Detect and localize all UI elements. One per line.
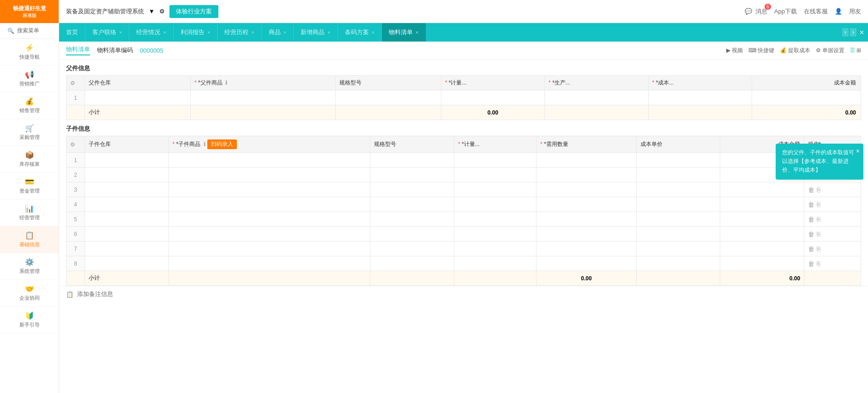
child-cell-spec-5[interactable] xyxy=(370,212,454,227)
child-cell-product-7[interactable] xyxy=(169,242,370,256)
copy-icon-7[interactable]: ⎘ xyxy=(817,245,820,253)
parent-gear-icon[interactable]: ⚙ xyxy=(70,80,75,86)
delete-icon-6[interactable]: 🗑 xyxy=(808,230,814,238)
nav-tab-close-5[interactable]: × xyxy=(283,30,286,35)
sidebar-item-marketing[interactable]: 📢营销推广 xyxy=(0,66,59,92)
child-cell-spec-4[interactable] xyxy=(370,197,454,212)
child-cell-qty-6[interactable] xyxy=(536,227,636,242)
online-service[interactable]: 在线客服 xyxy=(804,7,828,16)
sidebar-item-finance[interactable]: 💳资金管理 xyxy=(0,173,59,200)
child-cell-warehouse-8[interactable] xyxy=(85,256,169,271)
footer-label[interactable]: 添加备注信息 xyxy=(77,290,113,298)
child-cell-product-5[interactable] xyxy=(169,212,370,227)
nav-tab-0[interactable]: 首页 xyxy=(59,23,85,42)
child-cell-qty-1[interactable] xyxy=(536,153,636,168)
app-download[interactable]: App下载 xyxy=(774,7,797,16)
nav-tab-close-1[interactable]: × xyxy=(119,30,122,35)
child-cell-unitcost-6[interactable] xyxy=(636,227,720,242)
nav-close-icon[interactable]: ✕ xyxy=(859,29,864,36)
child-cell-product-3[interactable] xyxy=(169,182,370,197)
child-cell-product-2[interactable] xyxy=(169,168,370,182)
child-cell-product-6[interactable] xyxy=(169,227,370,242)
shortcut-btn[interactable]: ⌨ 快捷键 xyxy=(748,47,774,54)
child-cell-cost-8[interactable] xyxy=(720,256,804,271)
child-cell-unitcost-8[interactable] xyxy=(636,256,720,271)
list-view-icon[interactable]: ☰ xyxy=(850,47,855,54)
delete-icon-5[interactable]: 🗑 xyxy=(808,216,814,223)
copy-icon-5[interactable]: ⎘ xyxy=(817,216,820,223)
child-cell-unitcost-1[interactable] xyxy=(636,153,720,168)
extract-cost-btn[interactable]: 💰 提取成本 xyxy=(780,47,810,54)
child-cell-warehouse-6[interactable] xyxy=(85,227,169,242)
nav-tab-close-4[interactable]: × xyxy=(251,30,254,35)
child-cell-unit-7[interactable] xyxy=(454,242,536,256)
child-cell-warehouse-5[interactable] xyxy=(85,212,169,227)
child-cell-unit-4[interactable] xyxy=(454,197,536,212)
child-cell-cost-6[interactable] xyxy=(720,227,804,242)
video-btn[interactable]: ▶ 视频 xyxy=(726,47,743,54)
child-cell-product-1[interactable] xyxy=(169,153,370,168)
child-cell-warehouse-3[interactable] xyxy=(85,182,169,197)
child-cell-cost-4[interactable] xyxy=(720,197,804,212)
trial-button[interactable]: 体验行业方案 xyxy=(169,5,218,18)
child-cell-qty-2[interactable] xyxy=(536,168,636,182)
parent-cell-production-1[interactable] xyxy=(545,91,648,105)
doc-tab-bom[interactable]: 物料清单 xyxy=(66,45,90,55)
child-cell-unitcost-4[interactable] xyxy=(636,197,720,212)
copy-icon-3[interactable]: ⎘ xyxy=(817,186,820,193)
delete-icon-8[interactable]: 🗑 xyxy=(808,260,814,267)
child-cell-product-4[interactable] xyxy=(169,197,370,212)
child-cell-unit-6[interactable] xyxy=(454,227,536,242)
nav-tab-close-6[interactable]: × xyxy=(327,30,330,35)
message-wrap[interactable]: 💬 6 消息 xyxy=(745,7,767,16)
child-cell-unitcost-2[interactable] xyxy=(636,168,720,182)
child-cell-unit-8[interactable] xyxy=(454,256,536,271)
sidebar-item-system[interactable]: ⚙️系统管理 xyxy=(0,253,59,280)
child-cell-spec-6[interactable] xyxy=(370,227,454,242)
parent-product-info-icon[interactable]: ℹ xyxy=(225,79,228,86)
sidebar-item-sales[interactable]: 💰销售管理 xyxy=(0,92,59,119)
nav-tab-close-2[interactable]: × xyxy=(163,30,166,35)
child-cell-unitcost-5[interactable] xyxy=(636,212,720,227)
dropdown-arrow-icon[interactable]: ▼ xyxy=(149,8,155,15)
parent-cell-spec-1[interactable] xyxy=(335,91,441,105)
nav-tab-close-7[interactable]: × xyxy=(372,30,374,35)
child-cell-qty-8[interactable] xyxy=(536,256,636,271)
sidebar-item-quick-nav[interactable]: ⚡快捷导航 xyxy=(0,39,59,66)
parent-cell-warehouse-1[interactable] xyxy=(85,91,191,105)
nav-tab-6[interactable]: 新增商品× xyxy=(294,23,338,42)
copy-icon-4[interactable]: ⎘ xyxy=(817,201,820,208)
sidebar-item-inventory[interactable]: 📦库存核算 xyxy=(0,146,59,173)
delete-icon-7[interactable]: 🗑 xyxy=(808,245,814,253)
sidebar-item-purchase[interactable]: 🛒采购管理 xyxy=(0,119,59,146)
parent-cell-unit-1[interactable] xyxy=(441,91,544,105)
nav-tab-7[interactable]: 条码方案× xyxy=(338,23,382,42)
nav-next-arrow[interactable]: › xyxy=(850,28,856,36)
nav-prev-arrow[interactable]: ‹ xyxy=(842,28,849,36)
child-cell-spec-8[interactable] xyxy=(370,256,454,271)
sidebar-item-cooperation[interactable]: 🤝企业协同 xyxy=(0,280,59,307)
delete-icon-4[interactable]: 🗑 xyxy=(808,201,814,208)
tooltip-close-btn[interactable]: × xyxy=(856,146,860,156)
nav-tab-close-8[interactable]: × xyxy=(416,30,418,35)
delete-icon-3[interactable]: 🗑 xyxy=(808,186,814,193)
parent-cell-cost-1[interactable] xyxy=(648,91,752,105)
grid-view-icon[interactable]: ⊞ xyxy=(856,47,861,54)
child-cell-spec-7[interactable] xyxy=(370,242,454,256)
child-cell-warehouse-2[interactable] xyxy=(85,168,169,182)
child-cell-warehouse-1[interactable] xyxy=(85,153,169,168)
nav-tab-4[interactable]: 经营历程× xyxy=(217,23,261,42)
child-cell-warehouse-7[interactable] xyxy=(85,242,169,256)
settings-icon[interactable]: ⚙ xyxy=(159,8,165,15)
nav-tab-1[interactable]: 客户联络× xyxy=(85,23,129,42)
child-cell-cost-3[interactable] xyxy=(720,182,804,197)
single-setting-btn[interactable]: ⚙ 单据设置 xyxy=(816,47,844,54)
parent-cell-product-1[interactable] xyxy=(191,91,336,105)
child-gear-icon[interactable]: ⚙ xyxy=(70,141,75,148)
child-cell-qty-3[interactable] xyxy=(536,182,636,197)
child-cell-qty-7[interactable] xyxy=(536,242,636,256)
child-cell-unit-3[interactable] xyxy=(454,182,536,197)
nav-tab-5[interactable]: 商品× xyxy=(262,23,294,42)
nav-tab-8[interactable]: 物料清单× xyxy=(382,23,426,42)
copy-icon-8[interactable]: ⎘ xyxy=(817,260,820,267)
